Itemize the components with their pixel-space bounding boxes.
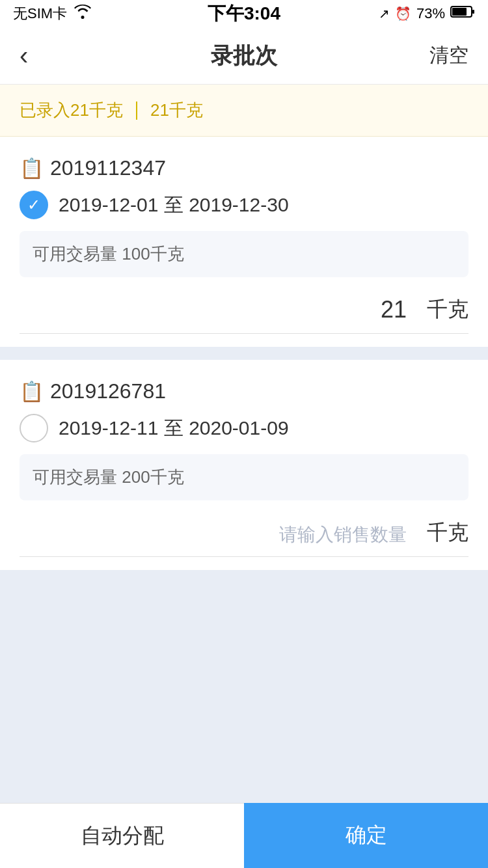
batch-input-row-1: 千克 bbox=[20, 289, 468, 334]
check-icon-1: ✓ bbox=[27, 197, 40, 213]
status-bar: 无SIM卡 下午3:04 ↗ ⏰ 73% bbox=[0, 0, 488, 27]
carrier-text: 无SIM卡 bbox=[13, 4, 67, 23]
status-right: ↗ ⏰ 73% bbox=[379, 5, 475, 22]
wifi-icon bbox=[74, 5, 92, 23]
back-button[interactable]: ‹ bbox=[20, 41, 59, 70]
batch-available-1: 可用交易量 100千克 bbox=[20, 231, 468, 277]
svg-rect-1 bbox=[452, 8, 467, 16]
confirm-button[interactable]: 确定 bbox=[244, 803, 488, 868]
location-icon: ↗ bbox=[379, 6, 390, 21]
content-wrapper: 📋 2019112347 ✓ 2019-12-01 至 2019-12-30 可… bbox=[0, 137, 488, 868]
batch-date-row-1: ✓ 2019-12-01 至 2019-12-30 bbox=[20, 191, 468, 219]
batch-radio-2[interactable] bbox=[20, 414, 48, 442]
summary-recorded: 已录入21千克 bbox=[20, 99, 123, 122]
batch-card-2: 📋 2019126781 2019-12-11 至 2020-01-09 可用交… bbox=[0, 360, 488, 570]
batch-date-1: 2019-12-01 至 2019-12-30 bbox=[59, 192, 289, 219]
svg-rect-2 bbox=[472, 10, 474, 14]
batch-unit-2: 千克 bbox=[427, 519, 468, 547]
batch-unit-1: 千克 bbox=[427, 295, 468, 324]
batch-header-1: 📋 2019112347 bbox=[20, 156, 468, 180]
status-left: 无SIM卡 bbox=[13, 4, 92, 23]
batch-id-icon-2: 📋 bbox=[20, 380, 44, 403]
batch-header-2: 📋 2019126781 bbox=[20, 379, 468, 403]
battery-icon bbox=[450, 5, 475, 22]
summary-divider bbox=[136, 102, 137, 120]
batch-date-row-2: 2019-12-11 至 2020-01-09 bbox=[20, 414, 468, 442]
page-title: 录批次 bbox=[211, 41, 277, 71]
bottom-bar: 自动分配 确定 bbox=[0, 803, 488, 868]
batch-card-1: 📋 2019112347 ✓ 2019-12-01 至 2019-12-30 可… bbox=[0, 137, 488, 347]
batch-available-2: 可用交易量 200千克 bbox=[20, 454, 468, 500]
batch-radio-1[interactable]: ✓ bbox=[20, 191, 48, 219]
empty-area bbox=[0, 583, 488, 817]
batch-id-2: 2019126781 bbox=[50, 379, 166, 403]
batch-id-1: 2019112347 bbox=[50, 156, 166, 180]
batch-input-row-2: 千克 bbox=[20, 512, 468, 557]
clear-button[interactable]: 清空 bbox=[429, 42, 468, 69]
batch-quantity-input-2[interactable] bbox=[124, 519, 416, 547]
section-separator-2 bbox=[0, 570, 488, 583]
section-separator-1 bbox=[0, 347, 488, 360]
status-time: 下午3:04 bbox=[208, 1, 280, 26]
batch-quantity-input-1[interactable] bbox=[124, 296, 416, 323]
summary-total: 21千克 bbox=[150, 99, 203, 122]
nav-bar: ‹ 录批次 清空 bbox=[0, 27, 488, 85]
battery-text: 73% bbox=[416, 5, 445, 22]
batch-date-2: 2019-12-11 至 2020-01-09 bbox=[59, 415, 289, 442]
batch-id-icon-1: 📋 bbox=[20, 157, 44, 180]
auto-distribute-button[interactable]: 自动分配 bbox=[0, 803, 244, 868]
summary-bar: 已录入21千克 21千克 bbox=[0, 85, 488, 137]
alarm-icon: ⏰ bbox=[395, 6, 411, 21]
